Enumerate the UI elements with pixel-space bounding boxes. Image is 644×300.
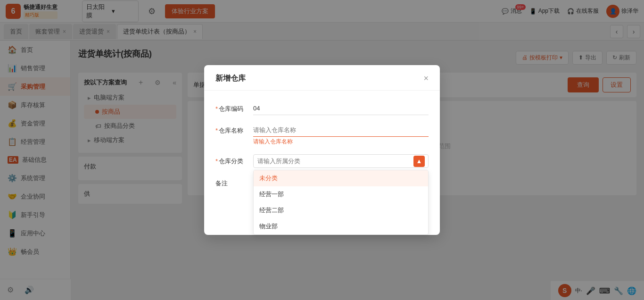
name-error-msg: 请输入仓库名称 xyxy=(253,138,429,146)
category-dropdown: 未分类 经营一部 经营二部 物业部 xyxy=(253,170,429,235)
modal-overlay[interactable]: 新增仓库 × 仓库编码 仓库名称 请输入仓库名称 仓库分类 xyxy=(0,0,644,300)
dropdown-item-dept2[interactable]: 经营二部 xyxy=(254,202,428,218)
warehouse-name-input[interactable] xyxy=(253,124,429,137)
code-field-wrap xyxy=(253,102,429,115)
category-select-wrap: ▲ 未分类 经营一部 经营二部 物业部 xyxy=(253,154,429,168)
code-label: 仓库编码 xyxy=(215,102,253,113)
category-label: 仓库分类 xyxy=(215,154,253,166)
warehouse-code-input[interactable] xyxy=(253,102,429,115)
category-toggle-btn[interactable]: ▲ xyxy=(413,156,425,167)
modal-title: 新增仓库 xyxy=(215,74,246,83)
name-field-wrap: 请输入仓库名称 xyxy=(253,124,429,146)
dropdown-item-unclassified[interactable]: 未分类 xyxy=(254,170,428,186)
add-warehouse-modal: 新增仓库 × 仓库编码 仓库名称 请输入仓库名称 仓库分类 xyxy=(204,65,440,235)
modal-header: 新增仓库 × xyxy=(204,65,440,91)
warehouse-category-input[interactable] xyxy=(253,154,429,168)
modal-body: 仓库编码 仓库名称 请输入仓库名称 仓库分类 ▲ xyxy=(204,91,440,204)
dropdown-item-property[interactable]: 物业部 xyxy=(254,218,428,234)
warehouse-code-row: 仓库编码 xyxy=(215,102,429,115)
notes-label: 备注 xyxy=(215,176,253,188)
dropdown-item-dept1[interactable]: 经营一部 xyxy=(254,186,428,202)
modal-close-button[interactable]: × xyxy=(423,74,429,83)
warehouse-name-row: 仓库名称 请输入仓库名称 xyxy=(215,124,429,146)
warehouse-category-row: 仓库分类 ▲ 未分类 经营一部 经营二部 物业部 xyxy=(215,154,429,168)
name-label: 仓库名称 xyxy=(215,124,253,135)
